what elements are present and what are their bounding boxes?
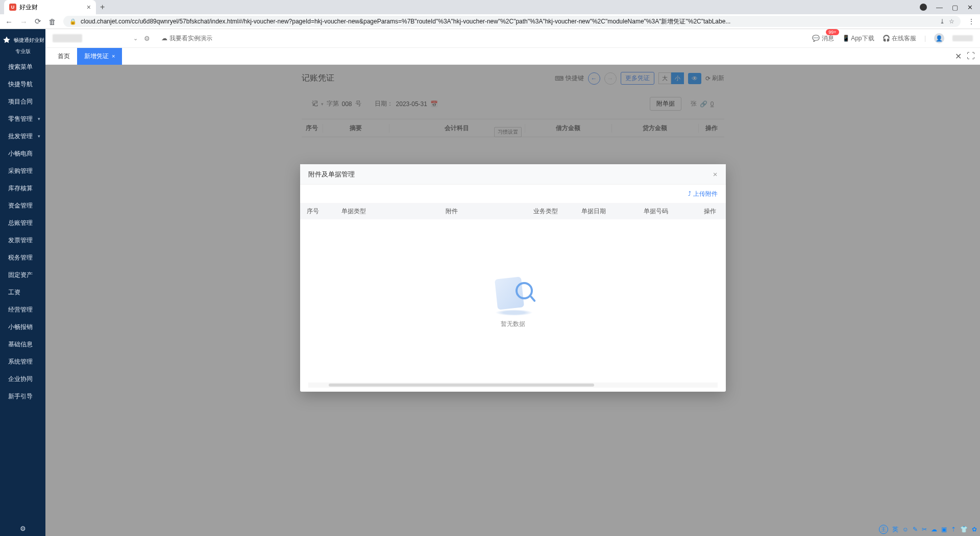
org-selector[interactable]: [53, 34, 82, 42]
forward-icon: →: [20, 17, 28, 26]
url-field[interactable]: 🔒 cloud.chanjet.com/cc/u6d89qwnryel/57bf…: [63, 16, 961, 27]
tray-icon[interactable]: 👕: [960, 526, 968, 533]
tray-icon[interactable]: ✂: [922, 526, 927, 533]
username: [952, 35, 973, 41]
sidebar-item-tax[interactable]: 税务管理: [0, 249, 45, 266]
tab-label: 首页: [58, 52, 70, 61]
fullscreen-icon[interactable]: ⛶: [967, 52, 975, 61]
tray-icon[interactable]: ☁: [931, 526, 937, 533]
install-icon[interactable]: ⤓: [940, 18, 945, 25]
tray-icon[interactable]: ☺: [902, 526, 909, 533]
scrollbar-thumb[interactable]: [329, 384, 594, 387]
chevron-down-icon[interactable]: ⌄: [133, 35, 138, 42]
sidebar-item-label: 资金管理: [8, 201, 33, 210]
minimize-icon[interactable]: —: [936, 4, 943, 11]
modal-scrollbar[interactable]: [308, 382, 718, 388]
sidebar-menu: 搜索菜单 快捷导航 项目合同 零售管理▾ 批发管理▾ 小畅电商 采购管理 库存核…: [0, 58, 45, 521]
ime-lang[interactable]: 英: [892, 525, 898, 534]
menu-icon[interactable]: ⋮: [968, 17, 975, 25]
cloud-icon: ☁: [161, 35, 167, 42]
mcol-biz-type: 业务类型: [522, 207, 570, 216]
maximize-icon[interactable]: ▢: [952, 4, 958, 11]
sidebar-item-label: 基础信息: [8, 340, 33, 349]
tray-icon[interactable]: ✿: [972, 526, 977, 533]
messages-button[interactable]: 💬 消息 99+: [812, 34, 834, 43]
favicon: U: [9, 4, 16, 11]
brand-sub: 专业版: [0, 48, 45, 55]
sidebar: 畅捷通好业财 专业版 搜索菜单 快捷导航 项目合同 零售管理▾ 批发管理▾ 小畅…: [0, 29, 45, 536]
sidebar-item-guide[interactable]: 新手引导: [0, 388, 45, 405]
sidebar-item-collab[interactable]: 企业协同: [0, 370, 45, 388]
browser-tab[interactable]: U 好业财 ×: [4, 0, 96, 14]
app-download-button[interactable]: 📱 App下载: [842, 34, 874, 43]
mcol-doc-no: 单据号码: [618, 207, 694, 216]
sidebar-item-label: 库存核算: [8, 184, 33, 193]
trash-icon[interactable]: 🗑: [48, 17, 56, 26]
sidebar-item-invoice[interactable]: 发票管理: [0, 232, 45, 249]
sidebar-item-basic[interactable]: 基础信息: [0, 336, 45, 353]
upload-attachment-button[interactable]: ⤴ 上传附件: [688, 190, 718, 198]
sidebar-item-label: 经营管理: [8, 305, 33, 314]
tray-icon[interactable]: ▣: [941, 526, 947, 533]
new-tab-button[interactable]: +: [100, 3, 105, 12]
tab-new-voucher[interactable]: 新增凭证 ×: [77, 48, 122, 65]
sidebar-item-wholesale[interactable]: 批发管理▾: [0, 127, 45, 145]
close-tab-icon[interactable]: ×: [87, 3, 91, 11]
lock-icon: 🔒: [69, 18, 77, 25]
back-icon[interactable]: ←: [5, 17, 13, 26]
mcol-doc-date: 单据日期: [570, 207, 618, 216]
tray-icon[interactable]: ⇡: [951, 526, 956, 533]
sidebar-item-label: 小畅电商: [8, 149, 33, 158]
sidebar-item-ledger[interactable]: 总账管理: [0, 214, 45, 232]
sidebar-item-asset[interactable]: 固定资产: [0, 266, 45, 284]
user-icon: 👤: [936, 35, 943, 42]
star-icon[interactable]: ☆: [949, 18, 954, 25]
sidebar-settings[interactable]: ⚙: [0, 521, 45, 536]
ime-badge[interactable]: 王: [879, 525, 888, 534]
upload-label: 上传附件: [693, 190, 718, 198]
phone-icon: 📱: [842, 35, 850, 42]
tray-icon[interactable]: ✎: [913, 526, 918, 533]
chevron-down-icon: ▾: [38, 134, 40, 139]
tab-home[interactable]: 首页: [51, 48, 77, 65]
chat-icon: 💬: [812, 35, 820, 42]
sidebar-item-project[interactable]: 项目合同: [0, 93, 45, 110]
sidebar-item-quicknav[interactable]: 快捷导航: [0, 75, 45, 93]
sidebar-item-label: 发票管理: [8, 236, 33, 245]
sidebar-item-label: 批发管理: [8, 132, 33, 141]
sidebar-item-system[interactable]: 系统管理: [0, 353, 45, 370]
sidebar-item-purchase[interactable]: 采购管理: [0, 162, 45, 180]
sidebar-item-salary[interactable]: 工资: [0, 284, 45, 301]
close-tab-icon[interactable]: ×: [112, 53, 115, 59]
address-bar: ← → ⟳ 🗑 🔒 cloud.chanjet.com/cc/u6d89qwnr…: [0, 14, 980, 29]
sidebar-item-label: 搜索菜单: [8, 63, 33, 71]
sidebar-item-label: 系统管理: [8, 358, 33, 366]
online-service-button[interactable]: 🎧 在线客服: [883, 34, 916, 43]
empty-state: 暂无数据: [300, 219, 726, 382]
sidebar-item-fund[interactable]: 资金管理: [0, 197, 45, 214]
sidebar-item-inventory[interactable]: 库存核算: [0, 180, 45, 197]
sidebar-item-search[interactable]: 搜索菜单: [0, 58, 45, 75]
avatar[interactable]: 👤: [934, 33, 944, 43]
modal-title: 附件及单据管理: [308, 170, 355, 179]
account-icon[interactable]: [920, 4, 927, 11]
modal-close-button[interactable]: ×: [713, 170, 718, 178]
badge-count: 99+: [826, 29, 839, 35]
sidebar-item-ecommerce[interactable]: 小畅电商: [0, 145, 45, 162]
logo-icon: [2, 35, 12, 45]
window-controls: — ▢ ✕: [920, 4, 980, 11]
app-shell: 畅捷通好业财 专业版 搜索菜单 快捷导航 项目合同 零售管理▾ 批发管理▾ 小畅…: [0, 29, 980, 536]
close-all-icon[interactable]: ✕: [955, 52, 962, 61]
gear-icon[interactable]: ⚙: [144, 35, 150, 42]
sidebar-item-label: 工资: [8, 288, 20, 297]
sidebar-item-operation[interactable]: 经营管理: [0, 301, 45, 318]
tab-title: 好业财: [19, 3, 38, 12]
modal-toolbar: ⤴ 上传附件: [300, 185, 726, 203]
sidebar-item-retail[interactable]: 零售管理▾: [0, 110, 45, 127]
demo-link[interactable]: ☁ 我要看实例演示: [161, 34, 212, 43]
sidebar-item-expense[interactable]: 小畅报销: [0, 318, 45, 336]
reload-icon[interactable]: ⟳: [35, 17, 41, 26]
close-window-icon[interactable]: ✕: [967, 4, 973, 11]
gear-icon: ⚙: [20, 525, 26, 532]
modal-header: 附件及单据管理 ×: [300, 164, 726, 185]
